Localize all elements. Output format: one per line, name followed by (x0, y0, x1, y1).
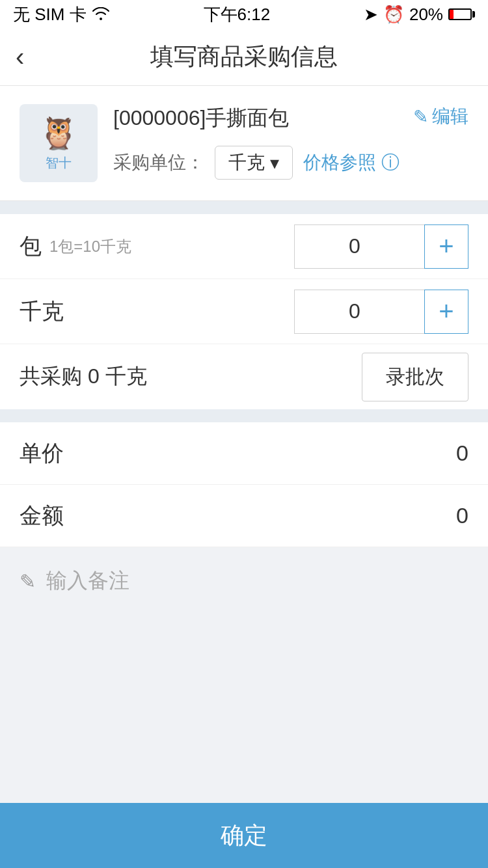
kg-plus-button[interactable]: + (424, 290, 468, 334)
content-spacer (0, 615, 488, 810)
edit-button[interactable]: ✎ 编辑 (413, 104, 468, 129)
battery-percentage: 20% (409, 5, 443, 25)
package-label: 包 (20, 232, 42, 262)
back-button[interactable]: ‹ (16, 42, 24, 72)
amount-label: 金额 (20, 501, 64, 531)
section-divider-1 (0, 201, 488, 214)
dropdown-icon: ▾ (270, 152, 279, 174)
package-row: 包 1包=10千克 + (0, 214, 488, 279)
unit-price-value: 0 (456, 441, 468, 466)
package-label-group: 包 1包=10千克 (20, 232, 131, 262)
product-card: 🦉 智十 [0000006]手撕面包 ✎ 编辑 采购单位： 千克 ▾ 价格参照 … (0, 86, 488, 201)
unit-select[interactable]: 千克 ▾ (215, 146, 293, 180)
info-icon: ⓘ (381, 150, 400, 175)
time-display: 下午6:12 (204, 3, 271, 26)
form-section: 包 1包=10千克 + 千克 + (0, 214, 488, 344)
alarm-icon: ⏰ (383, 5, 404, 25)
confirm-button[interactable]: 确定 (0, 803, 488, 868)
unit-value: 千克 (228, 150, 265, 175)
package-sublabel: 1包=10千克 (49, 236, 131, 257)
price-ref-button[interactable]: 价格参照 ⓘ (303, 150, 400, 175)
status-left: 无 SIM 卡 (13, 3, 110, 26)
record-batch-button[interactable]: 录批次 (362, 353, 468, 401)
status-bar: 无 SIM 卡 下午6:12 ➤ ⏰ 20% (0, 0, 488, 29)
kg-label-group: 千克 (20, 297, 64, 327)
amount-value: 0 (456, 503, 468, 528)
edit-label: 编辑 (432, 104, 468, 129)
wifi-icon (92, 5, 110, 25)
main-content: 🦉 智十 [0000006]手撕面包 ✎ 编辑 采购单位： 千克 ▾ 价格参照 … (0, 86, 488, 868)
kg-input[interactable] (294, 290, 424, 334)
package-input-group: + (294, 224, 468, 269)
notes-placeholder: 输入备注 (46, 567, 129, 595)
battery-icon (448, 8, 475, 20)
product-info: [0000006]手撕面包 ✎ 编辑 采购单位： 千克 ▾ 价格参照 ⓘ (113, 104, 468, 180)
product-logo-icon: 🦉 (39, 115, 78, 152)
price-section: 单价 0 金额 0 (0, 422, 488, 547)
edit-icon: ✎ (413, 106, 428, 128)
total-row: 共采购 0 千克 录批次 (0, 344, 488, 409)
package-plus-button[interactable]: + (424, 224, 468, 269)
confirm-label: 确定 (221, 820, 267, 852)
unit-label: 采购单位： (113, 150, 204, 175)
product-image: 🦉 智十 (20, 104, 98, 182)
unit-price-row: 单价 0 (0, 422, 488, 485)
product-full-name: [0000006]手撕面包 (113, 104, 403, 133)
kg-input-group: + (294, 290, 468, 334)
unit-row: 采购单位： 千克 ▾ 价格参照 ⓘ (113, 146, 468, 180)
status-right: ➤ ⏰ 20% (364, 5, 475, 25)
price-ref-label: 价格参照 (303, 150, 376, 175)
notes-section[interactable]: ✎ 输入备注 (0, 547, 488, 615)
kg-row: 千克 + (0, 279, 488, 344)
brand-label: 智十 (46, 154, 72, 172)
product-name-row: [0000006]手撕面包 ✎ 编辑 (113, 104, 468, 133)
kg-label: 千克 (20, 297, 64, 327)
page-title: 填写商品采购信息 (150, 41, 338, 73)
location-icon: ➤ (364, 5, 378, 25)
carrier-text: 无 SIM 卡 (13, 3, 87, 26)
package-input[interactable] (294, 224, 424, 269)
unit-price-label: 单价 (20, 439, 64, 468)
header: ‹ 填写商品采购信息 (0, 29, 488, 86)
pencil-icon: ✎ (20, 570, 36, 593)
amount-row: 金额 0 (0, 485, 488, 547)
section-divider-2 (0, 409, 488, 422)
total-label: 共采购 0 千克 (20, 362, 147, 391)
